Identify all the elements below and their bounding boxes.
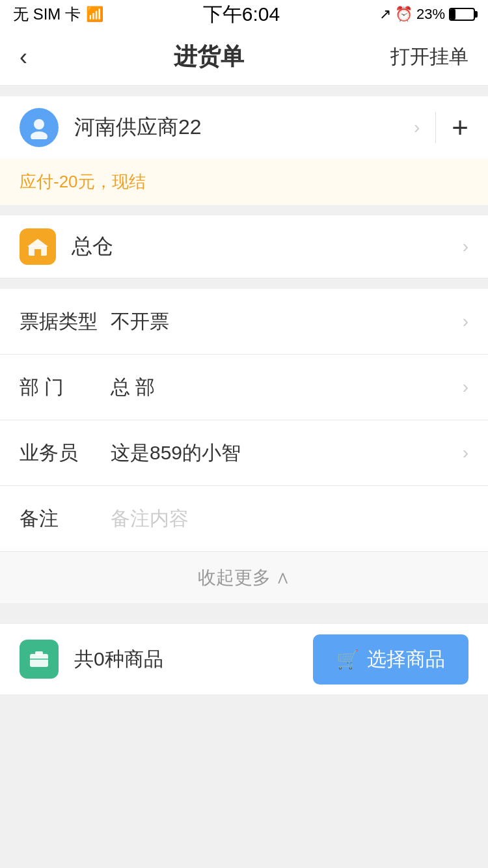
remark-placeholder[interactable]: 备注内容 [111,506,468,532]
status-bar: 无 SIM 卡 📶 下午6:04 ↗ ⏰ 23% [0,0,488,29]
back-button[interactable]: ‹ [20,44,27,71]
add-supplier-button[interactable]: + [452,111,468,144]
select-product-button[interactable]: 🛒 选择商品 [313,634,468,685]
status-left: 无 SIM 卡 📶 [13,4,103,25]
alarm-icon: ⏰ [395,6,413,23]
svg-point-0 [34,119,44,129]
status-time: 下午6:04 [203,1,280,28]
department-label: 部 门 [20,374,111,401]
wifi-icon: 📶 [86,6,103,23]
supplier-section[interactable]: 河南供应商22 › + [0,96,488,159]
salesperson-value: 这是859的小智 [111,440,463,467]
divider-2 [0,205,488,215]
warehouse-arrow-icon: › [463,236,468,257]
divider-4 [0,278,488,289]
invoice-type-row[interactable]: 票据类型 不开票 › [0,289,488,354]
alert-text: 应付-20元，现结 [20,172,146,191]
warehouse-icon [20,228,56,265]
salesperson-row[interactable]: 业务员 这是859的小智 › [0,420,488,485]
invoice-type-label: 票据类型 [20,308,111,335]
svg-rect-6 [35,651,43,655]
status-right: ↗ ⏰ 23% [379,6,475,23]
collapse-row[interactable]: 收起更多 ∧ [0,551,488,603]
svg-point-1 [31,131,47,139]
battery-percent: 23% [416,6,445,23]
warehouse-svg-icon [26,235,49,258]
bottom-section: 共0种商品 🛒 选择商品 [0,624,488,694]
product-icon [20,640,59,679]
salesperson-arrow-icon: › [463,442,468,463]
invoice-type-value: 不开票 [111,308,463,335]
collapse-label: 收起更多 ∧ [198,565,291,590]
alert-banner: 应付-20元，现结 [0,159,488,205]
svg-rect-5 [30,654,48,667]
divider-8 [0,603,488,614]
supplier-divider [435,112,436,143]
location-icon: ↗ [379,6,391,23]
department-arrow-icon: › [463,377,468,398]
nav-bar: ‹ 进货单 打开挂单 [0,29,488,86]
warehouse-section[interactable]: 总仓 › [0,215,488,278]
svg-rect-4 [34,249,41,256]
product-svg-icon [27,647,51,671]
warehouse-name: 总仓 [72,232,463,261]
user-icon [27,116,51,139]
page-title: 进货单 [174,41,244,73]
department-value: 总 部 [111,374,463,401]
remark-row[interactable]: 备注 备注内容 [0,486,488,551]
open-pending-button[interactable]: 打开挂单 [390,44,468,70]
top-divider [0,86,488,96]
invoice-type-arrow-icon: › [463,311,468,332]
department-row[interactable]: 部 门 总 部 › [0,355,488,420]
svg-marker-3 [27,239,48,247]
supplier-arrow-icon: › [414,117,420,138]
supplier-name: 河南供应商22 [74,113,414,142]
remark-label: 备注 [20,506,111,532]
supplier-avatar [20,108,59,147]
product-count-label: 共0种商品 [74,646,313,673]
battery-icon [449,8,475,21]
select-product-label: 选择商品 [367,646,445,673]
carrier-text: 无 SIM 卡 [13,4,81,25]
select-product-icon: 🛒 [336,649,359,670]
salesperson-label: 业务员 [20,440,111,467]
